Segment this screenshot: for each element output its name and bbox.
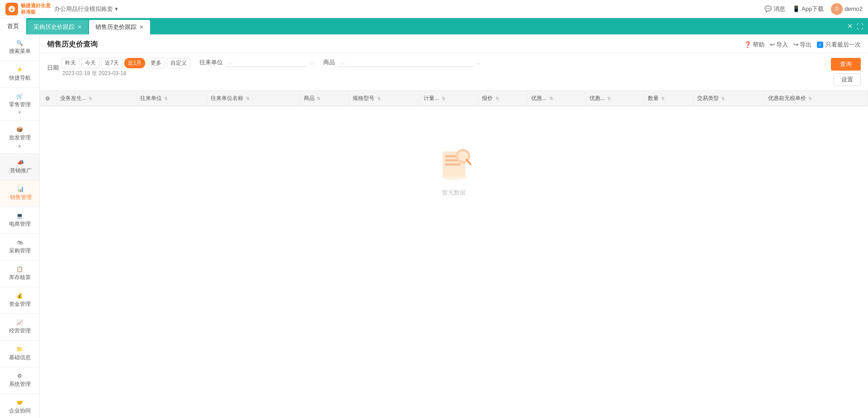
- only-last-checkbox[interactable]: ✓: [817, 42, 823, 48]
- sidebar-item-search[interactable]: 🔍 搜索菜单: [0, 34, 39, 61]
- tab-sales-close[interactable]: ✕: [139, 24, 144, 30]
- product-filter-label: 商品: [323, 58, 335, 66]
- date-btn-yesterday[interactable]: 昨天: [61, 58, 80, 68]
- template-label: 办公用品行业模拟账套: [54, 5, 113, 13]
- import-label: 导入: [776, 41, 788, 49]
- tab-close-all-button[interactable]: ✕: [847, 22, 853, 30]
- sidebar-item-purchase[interactable]: 🛍 采购管理: [0, 234, 39, 261]
- empty-icon: [434, 142, 474, 183]
- sort-pretax-price-icon: ⇅: [808, 96, 812, 101]
- sort-quantity-icon: ⇅: [661, 96, 665, 101]
- tab-home[interactable]: 首页: [0, 18, 26, 34]
- sidebar-label-inventory: 库存核算: [9, 274, 31, 281]
- sidebar-item-basics[interactable]: 📁 基础信息: [0, 341, 39, 367]
- date-btn-1month[interactable]: 近1月: [124, 58, 146, 68]
- purchase-icon: 🛍: [17, 239, 23, 246]
- retail-arrow: ▼: [18, 110, 22, 115]
- sort-trade-type-icon: ⇅: [721, 96, 725, 101]
- help-button[interactable]: ❓ 帮助: [744, 41, 764, 49]
- export-label: 导出: [800, 41, 811, 49]
- partner-input[interactable]: [226, 58, 307, 67]
- date-filter-label: 日期: [47, 64, 59, 72]
- message-button[interactable]: 💬 消息: [764, 5, 785, 13]
- col-quantity[interactable]: 数量 ⇅: [644, 91, 693, 106]
- date-buttons: 昨天 今天 近7天 近1月 更多 自定义: [61, 58, 190, 68]
- only-last-checkbox-wrapper[interactable]: ✓ 只看最后一次: [817, 41, 861, 49]
- col-quote[interactable]: 报价 ⇅: [478, 91, 528, 106]
- col-spec[interactable]: 规格型号 ⇅: [349, 91, 420, 106]
- sidebar-label-ecommerce: 电商管理: [9, 220, 31, 228]
- col-settings[interactable]: ⚙: [40, 91, 56, 106]
- sidebar-item-ecommerce[interactable]: 💻 电商管理: [0, 207, 39, 234]
- sort-unit-icon: ⇅: [442, 96, 445, 101]
- query-button[interactable]: 查询: [831, 58, 861, 71]
- sidebar-item-shortcuts[interactable]: ⚡ 快捷导航: [0, 61, 39, 88]
- wholesale-icon: 📦: [16, 126, 23, 133]
- import-button[interactable]: ↩ 导入: [770, 41, 788, 49]
- col-unit[interactable]: 计量... ⇅: [420, 91, 478, 106]
- col-pretax-price[interactable]: 优惠前无税单价 ⇅: [764, 91, 868, 106]
- page-title: 销售历史价查询: [47, 40, 98, 49]
- sidebar-label-operations: 经营管理: [9, 327, 31, 335]
- sidebar-item-inventory[interactable]: 📋 库存核算: [0, 261, 39, 287]
- help-label: 帮助: [753, 41, 764, 49]
- logo-area: 6 畅捷通好生意 标准版: [5, 3, 51, 15]
- col-discount2[interactable]: 优惠... ⇅: [586, 91, 644, 106]
- sidebar-item-wholesale[interactable]: 📦 批发管理 ▲: [0, 121, 39, 154]
- sidebar-item-collab[interactable]: 🤝 企业协同: [0, 394, 39, 418]
- col-discount1[interactable]: 优惠... ⇅: [528, 91, 586, 106]
- user-label: demo2: [844, 5, 863, 12]
- tab-sales-history[interactable]: 销售历史价跟踪 ✕: [89, 20, 150, 34]
- filter-bar: 日期 昨天 今天 近7天 近1月 更多 自定义 2023-02-18 至 202…: [40, 53, 868, 91]
- content-area: 销售历史价查询 ❓ 帮助 ↩ 导入 ↪ 导出 ✓ 只: [40, 34, 868, 418]
- sort-discount1-icon: ⇅: [549, 96, 553, 101]
- sidebar-label-retail: 零售管理: [9, 101, 31, 109]
- date-btn-more[interactable]: 更多: [147, 58, 165, 68]
- message-icon: 💬: [764, 5, 772, 12]
- template-select[interactable]: 办公用品行业模拟账套 ▾: [54, 5, 118, 13]
- tab-purchase-close[interactable]: ✕: [77, 24, 82, 30]
- col-partner-code[interactable]: 往来单位 ⇅: [136, 91, 207, 106]
- export-button[interactable]: ↪ 导出: [793, 41, 811, 49]
- app-download-button[interactable]: 📱 App下载: [793, 5, 824, 13]
- message-label: 消息: [774, 5, 785, 13]
- operations-icon: 📈: [16, 319, 23, 326]
- sidebar-item-sales-mgmt[interactable]: 📊 销售管理: [0, 180, 39, 207]
- only-last-label: 只看最后一次: [826, 41, 861, 49]
- settings-button[interactable]: 设置: [834, 73, 861, 86]
- product-input[interactable]: [338, 58, 473, 67]
- header-right: 💬 消息 📱 App下载 D demo2: [764, 3, 863, 15]
- system-icon: ⚙: [17, 373, 22, 379]
- partner-ellipsis[interactable]: ...: [310, 59, 314, 66]
- date-btn-today[interactable]: 今天: [81, 58, 99, 68]
- tab-purchase-history[interactable]: 采购历史价跟踪 ✕: [27, 20, 88, 34]
- svg-text:6: 6: [10, 7, 13, 11]
- date-btn-custom[interactable]: 自定义: [167, 58, 190, 68]
- sidebar-item-operations[interactable]: 📈 经营管理: [0, 314, 39, 341]
- page-actions: ❓ 帮助 ↩ 导入 ↪ 导出 ✓ 只看最后一次: [744, 41, 861, 49]
- product-ellipsis[interactable]: ...: [476, 59, 481, 66]
- tab-bar: 首页 采购历史价跟踪 ✕ 销售历史价跟踪 ✕ ✕ ⛶: [0, 18, 868, 34]
- sidebar-label-collab: 企业协同: [9, 407, 31, 415]
- tab-bar-right: ✕ ⛶: [843, 18, 868, 34]
- col-trade-type[interactable]: 交易类型 ⇅: [693, 91, 764, 106]
- col-partner-name[interactable]: 往来单位名称 ⇅: [207, 91, 300, 106]
- sidebar: 🔍 搜索菜单 ⚡ 快捷导航 🛒 零售管理 ▼ 📦 批发管理 ▲ 📣 营销推广 📊…: [0, 34, 40, 418]
- col-date[interactable]: 业务发生... ⇅: [56, 91, 136, 106]
- date-btn-7days[interactable]: 近7天: [101, 58, 123, 68]
- filter-actions: 查询 设置: [831, 58, 861, 86]
- user-menu[interactable]: D demo2: [831, 3, 863, 15]
- partner-filter: 往来单位 ...: [199, 58, 314, 67]
- sidebar-item-retail[interactable]: 🛒 零售管理 ▼: [0, 88, 39, 121]
- sidebar-label-system: 系统管理: [9, 380, 31, 388]
- sort-discount2-icon: ⇅: [607, 96, 611, 101]
- sidebar-label-finance: 资金管理: [9, 300, 31, 308]
- sidebar-item-marketing[interactable]: 📣 营销推广: [0, 154, 39, 180]
- tab-maximize-button[interactable]: ⛶: [857, 23, 863, 30]
- tab-purchase-label: 采购历史价跟踪: [33, 23, 75, 31]
- sidebar-item-finance[interactable]: 💰 资金管理: [0, 287, 39, 314]
- export-icon: ↪: [793, 41, 798, 48]
- sort-product-icon: ⇅: [317, 96, 321, 101]
- sidebar-item-system[interactable]: ⚙ 系统管理: [0, 367, 39, 394]
- col-product[interactable]: 商品 ⇅: [300, 91, 349, 106]
